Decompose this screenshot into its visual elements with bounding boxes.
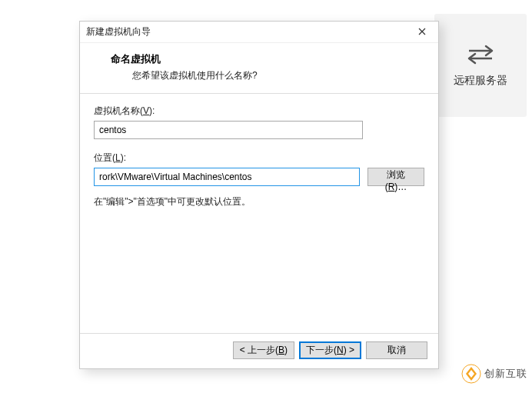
vm-name-label: 虚拟机名称(V):	[94, 105, 424, 118]
watermark: 创新互联	[461, 364, 527, 384]
close-icon	[418, 26, 426, 38]
location-input[interactable]	[94, 168, 360, 186]
close-button[interactable]	[411, 24, 434, 41]
dialog-title: 新建虚拟机向导	[86, 25, 151, 38]
watermark-icon	[461, 364, 481, 384]
dialog-body: 虚拟机名称(V): 位置(L): 浏览(R)… 在"编辑">"首选项"中可更改默…	[80, 94, 438, 333]
dialog-header: 命名虚拟机 您希望该虚拟机使用什么名称?	[80, 43, 438, 94]
remote-server-icon	[464, 43, 497, 66]
cancel-button[interactable]: 取消	[366, 341, 427, 359]
header-subtitle: 您希望该虚拟机使用什么名称?	[111, 69, 407, 82]
watermark-text: 创新互联	[484, 367, 527, 381]
vm-name-input[interactable]	[94, 121, 363, 139]
dialog-titlebar: 新建虚拟机向导	[80, 22, 438, 43]
location-hint: 在"编辑">"首选项"中可更改默认位置。	[94, 195, 424, 208]
back-button[interactable]: < 上一步(B)	[233, 341, 294, 359]
browse-button[interactable]: 浏览(R)…	[367, 168, 424, 186]
new-vm-wizard-dialog: 新建虚拟机向导 命名虚拟机 您希望该虚拟机使用什么名称? 虚拟机名称(V): 位…	[79, 21, 439, 369]
remote-server-label: 远程服务器	[454, 74, 507, 88]
location-label: 位置(L):	[94, 152, 424, 165]
next-button[interactable]: 下一步(N) >	[299, 341, 361, 359]
dialog-footer: < 上一步(B) 下一步(N) > 取消	[80, 333, 438, 368]
header-title: 命名虚拟机	[111, 52, 407, 66]
remote-server-card[interactable]: 远程服务器	[434, 14, 527, 117]
